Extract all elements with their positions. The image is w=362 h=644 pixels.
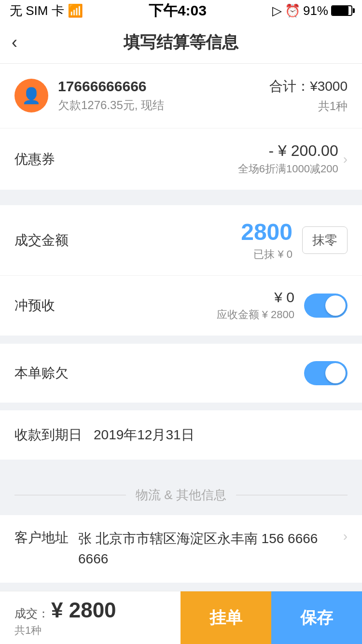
transaction-right: 2800 已抹 ¥ 0 抹零: [241, 219, 348, 262]
divider-1: [0, 197, 362, 205]
due-date-row: 收款到期日 2019年12月31日: [0, 410, 362, 460]
coupon-amount: - ¥ 200.00: [238, 142, 338, 160]
bottom-count: 共1种: [14, 623, 166, 638]
customer-section: 👤 17666666666 欠款1276.35元, 现结 合计：¥3000 共1…: [0, 64, 362, 190]
prepay-right: ¥ 0 应收金额 ¥ 2800: [217, 289, 348, 322]
debt-label: 本单赊欠: [14, 364, 69, 382]
logistics-header: 物流 & 其他信息: [0, 475, 362, 515]
logistics-text: 物流 & 其他信息: [136, 487, 226, 504]
coupon-right: - ¥ 200.00 全场6折满1000减200 ›: [238, 142, 348, 176]
transaction-value-col: 2800 已抹 ¥ 0: [241, 219, 292, 262]
divider-3: [0, 467, 362, 475]
debt-row: 本单赊欠: [0, 344, 362, 403]
main-content: 👤 17666666666 欠款1276.35元, 现结 合计：¥3000 共1…: [0, 64, 362, 644]
transaction-label: 成交金额: [14, 231, 69, 250]
status-bar: 无 SIM 卡 📶 下午4:03 ▷ ⏰ 91%: [0, 0, 362, 21]
customer-left: 👤 17666666666 欠款1276.35元, 现结: [14, 78, 164, 113]
chevron-right-icon: ›: [343, 152, 348, 167]
debt-section: 本单赊欠: [0, 344, 362, 403]
bottom-amount: ¥ 2800: [51, 598, 116, 622]
debt-toggle[interactable]: [304, 361, 348, 385]
customer-total: 合计：¥3000 共1种: [269, 77, 348, 114]
address-row[interactable]: 客户地址 张 北京市市辖区海淀区永丰南 156 6666 6666 ›: [0, 515, 362, 583]
battery-icon: [331, 5, 352, 16]
page-title: 填写结算等信息: [124, 31, 238, 54]
coupon-row[interactable]: 优惠券 - ¥ 200.00 全场6折满1000减200 ›: [0, 128, 362, 190]
bottom-summary: 成交： ¥ 2800 共1种: [0, 598, 181, 638]
customer-phone: 17666666666: [58, 78, 164, 95]
divider-2: [0, 336, 362, 344]
logistics-line-left: [14, 495, 126, 495]
back-button[interactable]: ‹: [12, 32, 17, 53]
coupon-label: 优惠券: [14, 150, 55, 168]
status-time: 下午4:03: [149, 1, 207, 21]
customer-debt: 欠款1276.35元, 现结: [58, 98, 164, 113]
status-battery-area: ▷ ⏰ 91%: [272, 3, 352, 18]
address-chevron-icon: ›: [343, 529, 348, 544]
prepay-row: 冲预收 ¥ 0 应收金额 ¥ 2800: [0, 276, 362, 336]
pending-button[interactable]: 挂单: [181, 591, 271, 644]
save-button[interactable]: 保存: [271, 591, 362, 644]
status-signal: 无 SIM 卡 📶: [10, 2, 83, 19]
transaction-amount-row: 成交金额 2800 已抹 ¥ 0 抹零: [0, 205, 362, 276]
transaction-sub: 已抹 ¥ 0: [241, 247, 292, 262]
prepay-toggle[interactable]: [304, 294, 348, 318]
prepay-amount: ¥ 0: [217, 289, 294, 306]
address-value: 张 北京市市辖区海淀区永丰南 156 6666 6666: [78, 529, 334, 569]
bottom-deal-row: 成交： ¥ 2800: [14, 598, 166, 622]
total-amount: 合计：¥3000: [269, 77, 348, 96]
prepay-label: 冲预收: [14, 296, 55, 315]
coupon-value: - ¥ 200.00 全场6折满1000减200: [238, 142, 338, 176]
logistics-line-right: [236, 495, 348, 495]
prepay-sub: 应收金额 ¥ 2800: [217, 308, 294, 322]
due-date-label: 收款到期日: [14, 426, 82, 444]
location-icon: ▷: [272, 3, 282, 18]
nav-bar: ‹ 填写结算等信息: [0, 21, 362, 64]
battery-percent: 91%: [303, 3, 328, 18]
clock-icon: ⏰: [285, 3, 300, 18]
bottom-bar: 成交： ¥ 2800 共1种 挂单 保存: [0, 591, 362, 644]
customer-info: 17666666666 欠款1276.35元, 现结: [58, 78, 164, 113]
avatar: 👤: [14, 79, 48, 112]
transaction-amount: 2800: [241, 219, 292, 245]
due-date-value: 2019年12月31日: [94, 426, 195, 444]
bottom-deal-label: 成交：: [14, 606, 49, 621]
round-zero-button[interactable]: 抹零: [302, 226, 348, 254]
total-count: 共1种: [269, 98, 348, 114]
transaction-section: 成交金额 2800 已抹 ¥ 0 抹零 冲预收 ¥ 0 应收金额 ¥ 2800: [0, 205, 362, 336]
prepay-value: ¥ 0 应收金额 ¥ 2800: [217, 289, 294, 322]
coupon-desc: 全场6折满1000减200: [238, 162, 338, 176]
address-label: 客户地址: [14, 529, 69, 547]
customer-row: 👤 17666666666 欠款1276.35元, 现结 合计：¥3000 共1…: [0, 64, 362, 127]
address-section: 客户地址 张 北京市市辖区海淀区永丰南 156 6666 6666 ›: [0, 515, 362, 583]
